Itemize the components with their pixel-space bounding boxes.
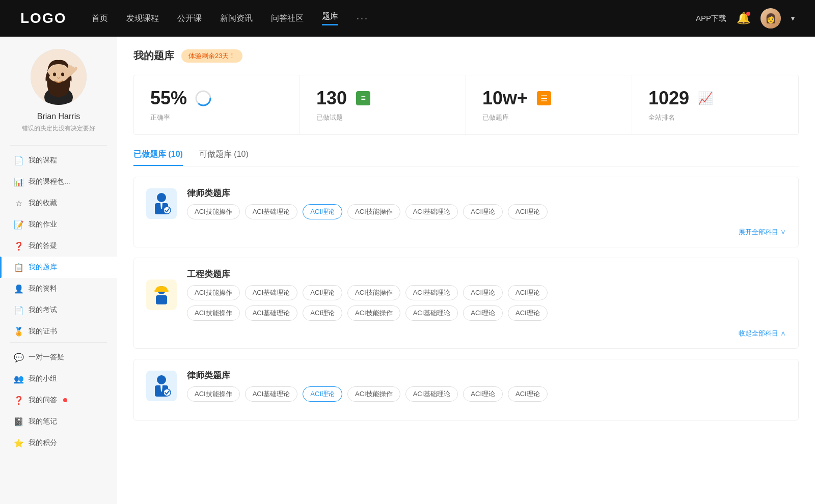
- tag-l1-7[interactable]: ACI理论: [508, 204, 548, 219]
- app-download-link[interactable]: APP下载: [696, 14, 726, 23]
- nav-question-bank[interactable]: 题库: [322, 11, 338, 25]
- tag-e2-6[interactable]: ACI理论: [463, 305, 503, 321]
- sidebar-label-favorites: 我的收藏: [29, 199, 57, 208]
- tag-l1-1[interactable]: ACI技能操作: [187, 204, 240, 219]
- tag-l1-5[interactable]: ACI基础理论: [405, 204, 458, 219]
- stat-done-value: 130: [316, 88, 347, 109]
- tag-l1-3[interactable]: ACI理论: [303, 204, 342, 219]
- tag-e1-5[interactable]: ACI基础理论: [405, 285, 458, 300]
- bank-title-engineer: 工程类题库 ACI技能操作 ACI基础理论 ACI理论 ACI技能操作 ACI基…: [187, 268, 786, 321]
- points-icon: ⭐: [14, 438, 23, 447]
- sidebar-label-group: 我的小组: [29, 374, 57, 383]
- tag-e1-3[interactable]: ACI理论: [303, 285, 342, 300]
- sidebar-item-notes[interactable]: 📓 我的笔记: [0, 411, 117, 432]
- questions-icon: ❓: [14, 396, 23, 405]
- exam-icon: 📄: [14, 305, 23, 315]
- bank-title-lawyer-1: 律师类题库 ACI技能操作 ACI基础理论 ACI理论 ACI技能操作 ACI基…: [187, 187, 548, 219]
- group-icon: 👥: [14, 374, 23, 383]
- tag-e2-4[interactable]: ACI技能操作: [347, 305, 400, 321]
- stat-rank-label: 全站排名: [648, 113, 782, 122]
- expand-lawyer-1[interactable]: 展开全部科目 ∨: [739, 228, 786, 237]
- tag-e2-7[interactable]: ACI理论: [508, 305, 548, 321]
- qa-icon: ❓: [14, 241, 23, 250]
- tag-e1-4[interactable]: ACI技能操作: [347, 285, 400, 300]
- svg-point-4: [53, 73, 56, 76]
- sidebar-item-question-bank[interactable]: 📋 我的题库: [0, 257, 117, 278]
- nav-news[interactable]: 新闻资讯: [220, 13, 253, 24]
- sidebar-item-profile[interactable]: 👤 我的资料: [0, 278, 117, 299]
- nav-qa[interactable]: 问答社区: [271, 13, 304, 24]
- tag-l2-6[interactable]: ACI理论: [463, 386, 503, 402]
- tag-e1-6[interactable]: ACI理论: [463, 285, 503, 300]
- logo: LOGO: [20, 10, 71, 26]
- certificate-icon: 🏅: [14, 327, 23, 336]
- sidebar-item-points[interactable]: ⭐ 我的积分: [0, 432, 117, 454]
- nav-more[interactable]: ···: [357, 13, 369, 24]
- user-avatar[interactable]: 👩: [760, 8, 781, 29]
- tab-available-banks[interactable]: 可做题库 (10): [199, 149, 249, 166]
- tag-e2-1[interactable]: ACI技能操作: [187, 305, 240, 321]
- stat-rank: 1029 📈 全站排名: [632, 75, 798, 134]
- sidebar-label-my-qa: 我的答疑: [29, 241, 57, 250]
- stat-accuracy: 55% 正确率: [134, 75, 300, 134]
- homework-icon: 📝: [14, 220, 23, 229]
- tag-l2-3[interactable]: ACI理论: [303, 386, 342, 402]
- sidebar-item-homework[interactable]: 📝 我的作业: [0, 214, 117, 235]
- tag-l2-2[interactable]: ACI基础理论: [245, 386, 298, 402]
- profile-icon: 👤: [14, 284, 23, 293]
- tag-l2-1[interactable]: ACI技能操作: [187, 386, 240, 402]
- stat-banks-label: 已做题库: [482, 113, 615, 122]
- tag-e1-7[interactable]: ACI理论: [508, 285, 548, 300]
- tag-e1-1[interactable]: ACI技能操作: [187, 285, 240, 300]
- sidebar-item-certificate[interactable]: 🏅 我的证书: [0, 321, 117, 342]
- sidebar-label-my-course: 我的课程: [29, 156, 57, 165]
- sidebar-item-favorites[interactable]: ☆ 我的收藏: [0, 192, 117, 214]
- sidebar-divider-top: [10, 145, 107, 146]
- sidebar-label-exam: 我的考试: [29, 305, 57, 315]
- sidebar-item-group[interactable]: 👥 我的小组: [0, 368, 117, 389]
- sidebar-item-my-questions[interactable]: ❓ 我的问答: [0, 389, 117, 411]
- bank-header-lawyer-1: 律师类题库 ACI技能操作 ACI基础理论 ACI理论 ACI技能操作 ACI基…: [146, 187, 786, 219]
- user-menu-chevron[interactable]: ▾: [791, 14, 795, 22]
- bank-header-engineer: 工程类题库 ACI技能操作 ACI基础理论 ACI理论 ACI技能操作 ACI基…: [146, 268, 786, 321]
- sidebar-divider-mid: [10, 342, 107, 343]
- nav-right: APP下载 🔔 👩 ▾: [696, 8, 795, 29]
- stat-rank-value: 1029: [648, 88, 689, 109]
- stat-banks-top: 10w+ ☰: [482, 88, 615, 109]
- tab-done-banks[interactable]: 已做题库 (10): [133, 149, 183, 166]
- collapse-engineer[interactable]: 收起全部科目 ∧: [739, 329, 786, 338]
- trial-badge: 体验剩余23天！: [181, 49, 242, 63]
- nav-discover[interactable]: 发现课程: [126, 13, 159, 24]
- bank-card-lawyer-1: 律师类题库 ACI技能操作 ACI基础理论 ACI理论 ACI技能操作 ACI基…: [133, 177, 799, 247]
- tags-row-lawyer-2: ACI技能操作 ACI基础理论 ACI理论 ACI技能操作 ACI基础理论 AC…: [187, 386, 548, 402]
- svg-rect-14: [156, 295, 167, 304]
- tag-e2-3[interactable]: ACI理论: [303, 305, 342, 321]
- main-content: 我的题库 体验剩余23天！ 55% 正确率: [117, 37, 815, 504]
- orange-sheet-icon: ☰: [537, 91, 551, 105]
- nav-home[interactable]: 首页: [92, 13, 108, 24]
- bank-avatar-engineer: [146, 279, 177, 310]
- tag-l1-6[interactable]: ACI理论: [463, 204, 503, 219]
- nav-open-course[interactable]: 公开课: [177, 13, 202, 24]
- sidebar-item-1on1[interactable]: 💬 一对一答疑: [0, 347, 117, 368]
- tag-l2-7[interactable]: ACI理论: [508, 386, 548, 402]
- notification-bell[interactable]: 🔔: [737, 12, 750, 25]
- notification-dot: [746, 12, 750, 16]
- tag-e2-2[interactable]: ACI基础理论: [245, 305, 298, 321]
- profile-avatar[interactable]: [31, 49, 87, 105]
- tag-l2-5[interactable]: ACI基础理论: [405, 386, 458, 402]
- tag-e2-5[interactable]: ACI基础理论: [405, 305, 458, 321]
- bar-chart-icon: 📈: [698, 91, 713, 105]
- course-icon: 📄: [14, 156, 23, 165]
- tag-l2-4[interactable]: ACI技能操作: [347, 386, 400, 402]
- sidebar-item-exam[interactable]: 📄 我的考试: [0, 299, 117, 321]
- profile-motto: 错误的决定比没有决定要好: [22, 124, 95, 133]
- sidebar-item-my-qa[interactable]: ❓ 我的答疑: [0, 235, 117, 257]
- sidebar-item-course-package[interactable]: 📊 我的课程包...: [0, 171, 117, 192]
- sidebar-label-question-bank: 我的题库: [29, 263, 57, 272]
- tag-l1-4[interactable]: ACI技能操作: [347, 204, 400, 219]
- tag-l1-2[interactable]: ACI基础理论: [245, 204, 298, 219]
- svg-rect-13: [154, 290, 169, 292]
- sidebar-item-my-course[interactable]: 📄 我的课程: [0, 150, 117, 171]
- tag-e1-2[interactable]: ACI基础理论: [245, 285, 298, 300]
